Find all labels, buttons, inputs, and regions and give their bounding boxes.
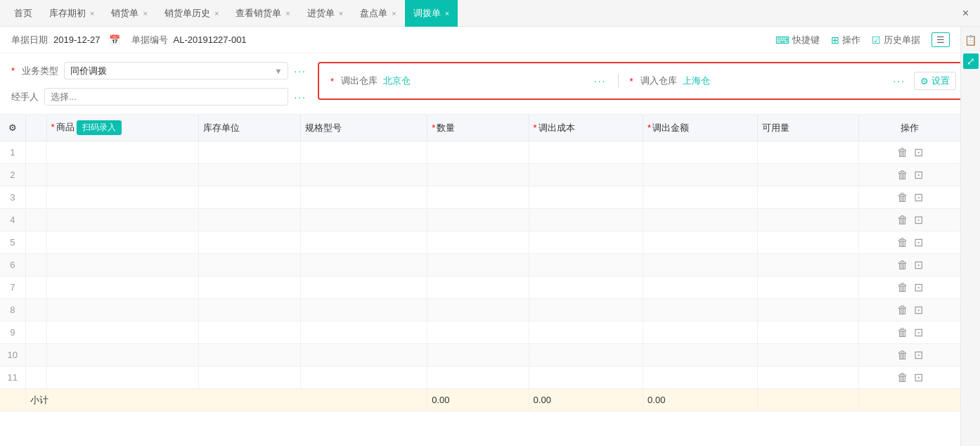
table-row: 3 🗑⊡ [0, 186, 960, 209]
business-type-input[interactable] [70, 65, 274, 76]
delete-icon-3[interactable]: 🗑 [897, 191, 908, 204]
delete-icon-1[interactable]: 🗑 [897, 146, 908, 159]
shortcuts-button[interactable]: ⌨ 快捷键 [775, 34, 820, 46]
col-settings[interactable]: ⚙ [0, 115, 25, 141]
in-warehouse-value: 上海仓 [683, 75, 710, 87]
required-star-in: * [630, 76, 633, 87]
dropdown-arrow-icon[interactable]: ▼ [274, 67, 282, 75]
handler-select[interactable] [44, 88, 288, 106]
out-warehouse-dots[interactable]: ··· [594, 75, 607, 87]
handler-input[interactable] [51, 91, 282, 102]
operations-icon: ⊞ [831, 34, 839, 46]
table-gear-icon[interactable]: ⚙ [8, 122, 17, 133]
tab-close-purchase-order[interactable]: × [339, 9, 343, 18]
subtotal-qty: 0.00 [427, 389, 529, 412]
delete-icon-5[interactable]: 🗑 [897, 236, 908, 249]
subtotal-label: 小计 [25, 389, 427, 412]
right-sidebar: 📋 ⤢ [960, 27, 980, 412]
history-icon: ☑ [872, 34, 881, 46]
copy-icon-4[interactable]: ⊡ [914, 213, 923, 227]
delete-icon-11[interactable]: 🗑 [897, 371, 908, 384]
tab-purchase-order[interactable]: 进货单 × [299, 0, 352, 27]
business-type-select[interactable]: ▼ [64, 62, 288, 79]
warehouse-settings-button[interactable]: ⚙ 设置 [914, 72, 956, 90]
col-unit: 库存单位 [199, 115, 300, 141]
tab-sales-order[interactable]: 销货单 × [103, 0, 155, 27]
table-row: 1 🗑⊡ [0, 141, 960, 164]
copy-icon-2[interactable]: ⊡ [914, 168, 923, 181]
delete-icon-4[interactable]: 🗑 [897, 214, 908, 227]
tab-transfer-order[interactable]: 调拨单 × [405, 0, 458, 27]
table-row: 10 🗑⊡ [0, 344, 960, 367]
delete-icon-10[interactable]: 🗑 [897, 349, 908, 362]
gear-icon: ⚙ [920, 76, 929, 87]
table-row: 11 🗑⊡ [0, 367, 960, 389]
tab-close-sales-history[interactable]: × [214, 9, 219, 18]
sidebar-expand-icon[interactable]: ⤢ [963, 53, 979, 69]
copy-icon-6[interactable]: ⊡ [914, 258, 923, 272]
in-warehouse-label: 调入仓库 [640, 75, 677, 87]
copy-icon-3[interactable]: ⊡ [914, 191, 923, 204]
window-close-button[interactable]: × [957, 7, 974, 20]
history-button[interactable]: ☑ 历史单据 [872, 34, 920, 46]
tab-home[interactable]: 首页 [6, 0, 41, 27]
sidebar-note-icon[interactable]: 📋 [963, 32, 979, 48]
col-amount: *调出金额 [643, 115, 758, 141]
row-num-9: 9 [0, 321, 25, 344]
copy-icon-8[interactable]: ⊡ [914, 303, 923, 317]
date-value: 2019-12-27 [53, 34, 101, 45]
table-row: 8 🗑⊡ [0, 299, 960, 321]
delete-icon-6[interactable]: 🗑 [897, 259, 908, 272]
handler-dots[interactable]: ··· [294, 91, 307, 103]
required-star-out: * [330, 76, 334, 87]
row-num-10: 10 [0, 344, 25, 367]
warehouse-panel: * 调出仓库 北京仓 ··· * 调入仓库 上海仓 ··· ⚙ 设置 [318, 62, 969, 100]
tab-close-inventory-count[interactable]: × [392, 9, 396, 18]
table-row: 2 🗑⊡ [0, 164, 960, 186]
form-left: * 业务类型 ▼ ··· 经手人 ··· [11, 62, 307, 106]
tab-inventory-count[interactable]: 盘点单 × [352, 0, 404, 27]
in-warehouse-dots[interactable]: ··· [893, 75, 905, 87]
row-num-3: 3 [0, 186, 25, 209]
copy-icon-7[interactable]: ⊡ [914, 281, 923, 294]
row-num-4: 4 [0, 209, 25, 231]
number-label: 单据编号 [131, 34, 168, 46]
delete-icon-8[interactable]: 🗑 [897, 304, 908, 317]
row-num-1: 1 [0, 141, 25, 164]
col-rownum [25, 115, 46, 141]
tab-close-transfer-order[interactable]: × [445, 9, 449, 18]
copy-icon-11[interactable]: ⊡ [914, 371, 923, 384]
out-warehouse-label: 调出仓库 [341, 75, 378, 87]
col-product: *商品 扫码录入 [46, 115, 199, 141]
tab-sales-history[interactable]: 销货单历史 × [156, 0, 227, 27]
handler-row: 经手人 ··· [11, 88, 307, 106]
number-field: 单据编号 AL-20191227-001 [131, 34, 247, 46]
calendar-icon[interactable]: 📅 [109, 34, 120, 45]
copy-icon-1[interactable]: ⊡ [914, 146, 923, 159]
copy-icon-10[interactable]: ⊡ [914, 348, 923, 362]
toolbar-right: ⌨ 快捷键 ⊞ 操作 ☑ 历史单据 ☰ ⊟ [775, 32, 969, 47]
tab-close-inventory-init[interactable]: × [90, 9, 94, 18]
copy-icon-5[interactable]: ⊡ [914, 236, 923, 249]
tab-inventory-init[interactable]: 库存期初 × [41, 0, 103, 27]
table-row: 5 🗑⊡ [0, 231, 960, 254]
copy-icon-9[interactable]: ⊡ [914, 326, 923, 339]
tab-close-sales-order[interactable]: × [143, 9, 147, 18]
delete-icon-7[interactable]: 🗑 [897, 281, 908, 294]
delete-icon-2[interactable]: 🗑 [897, 169, 908, 181]
row-num-2: 2 [0, 164, 25, 186]
delete-icon-9[interactable]: 🗑 [897, 326, 908, 339]
operations-button[interactable]: ⊞ 操作 [831, 34, 860, 46]
out-warehouse-field: * 调出仓库 北京仓 ··· [330, 75, 607, 87]
in-warehouse-field: * 调入仓库 上海仓 ··· [630, 75, 906, 87]
layout1-button[interactable]: ☰ [931, 32, 950, 47]
table-row: 9 🗑⊡ [0, 321, 960, 344]
row-num-5: 5 [0, 231, 25, 254]
tab-close-view-sales[interactable]: × [285, 9, 290, 18]
subtotal-cost: 0.00 [529, 389, 643, 412]
scan-button[interactable]: 扫码录入 [77, 120, 122, 135]
table-container: ⚙ *商品 扫码录入 库存单位 规格型号 [0, 115, 960, 412]
subtotal-row: 小计 0.00 0.00 0.00 [0, 389, 960, 412]
tab-view-sales[interactable]: 查看销货单 × [227, 0, 298, 27]
business-type-dots[interactable]: ··· [294, 65, 307, 77]
